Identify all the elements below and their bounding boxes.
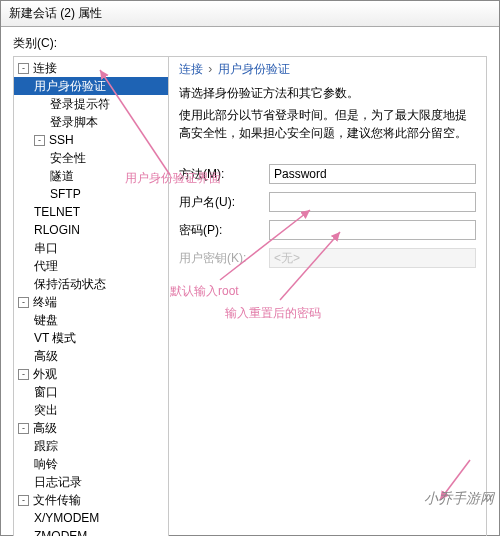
tree-zmodem[interactable]: ZMODEM (14, 527, 168, 536)
description-1: 请选择身份验证方法和其它参数。 (179, 84, 476, 102)
tree-label: RLOGIN (34, 223, 80, 237)
tree-telnet[interactable]: TELNET (14, 203, 168, 221)
properties-dialog: 新建会话 (2) 属性 类别(C): -连接 用户身份验证 登录提示符 登录脚本… (0, 0, 500, 536)
tree-label: 键盘 (34, 312, 58, 329)
tree-label: 连接 (33, 60, 57, 77)
tree-label: 登录脚本 (50, 114, 98, 131)
userkey-select: <无> (269, 248, 476, 268)
tree-label: 高级 (34, 348, 58, 365)
row-username: 用户名(U): (179, 192, 476, 212)
tree-label: 突出 (34, 402, 58, 419)
breadcrumb-root[interactable]: 连接 (179, 62, 203, 76)
tree-ssh[interactable]: -SSH (14, 131, 168, 149)
tree-window[interactable]: 窗口 (14, 383, 168, 401)
password-label: 密码(P): (179, 222, 269, 239)
tree-file-transfer[interactable]: -文件传输 (14, 491, 168, 509)
tree-label: VT 模式 (34, 330, 76, 347)
tree-label: 终端 (33, 294, 57, 311)
tree-login-script[interactable]: 登录脚本 (14, 113, 168, 131)
tree-appearance[interactable]: -外观 (14, 365, 168, 383)
tree-label: SFTP (50, 187, 81, 201)
tree-user-auth[interactable]: 用户身份验证 (14, 77, 168, 95)
tree-connection[interactable]: -连接 (14, 59, 168, 77)
tree-label: TELNET (34, 205, 80, 219)
category-label: 类别(C): (13, 35, 487, 52)
username-input[interactable] (269, 192, 476, 212)
tree-label: 串口 (34, 240, 58, 257)
tree-tunnel[interactable]: 隧道 (14, 167, 168, 185)
chevron-right-icon: › (208, 62, 212, 76)
collapse-icon[interactable]: - (18, 495, 29, 506)
tree-login-prompt[interactable]: 登录提示符 (14, 95, 168, 113)
breadcrumb: 连接 › 用户身份验证 (179, 61, 476, 78)
row-userkey: 用户密钥(K): <无> (179, 248, 476, 268)
tree-xymodem[interactable]: X/YMODEM (14, 509, 168, 527)
main-row: -连接 用户身份验证 登录提示符 登录脚本 -SSH 安全性 隧道 SFTP T… (13, 56, 487, 536)
method-select[interactable]: Password (269, 164, 476, 184)
right-pane: 连接 › 用户身份验证 请选择身份验证方法和其它参数。 使用此部分以节省登录时间… (169, 57, 486, 536)
tree-label: 外观 (33, 366, 57, 383)
tree-label: 跟踪 (34, 438, 58, 455)
collapse-icon[interactable]: - (34, 135, 45, 146)
tree-serial[interactable]: 串口 (14, 239, 168, 257)
method-label: 方法(M): (179, 166, 269, 183)
tree-vt-mode[interactable]: VT 模式 (14, 329, 168, 347)
tree-label: SSH (49, 133, 74, 147)
tree-label: 用户身份验证 (34, 78, 106, 95)
username-label: 用户名(U): (179, 194, 269, 211)
tree-label: 响铃 (34, 456, 58, 473)
tree-advanced2[interactable]: -高级 (14, 419, 168, 437)
password-input[interactable] (269, 220, 476, 240)
tree-trace[interactable]: 跟踪 (14, 437, 168, 455)
tree-label: 窗口 (34, 384, 58, 401)
dialog-content: 类别(C): -连接 用户身份验证 登录提示符 登录脚本 -SSH 安全性 隧道… (1, 27, 499, 536)
collapse-icon[interactable]: - (18, 297, 29, 308)
tree-label: X/YMODEM (34, 511, 99, 525)
tree-terminal[interactable]: -终端 (14, 293, 168, 311)
tree-logging[interactable]: 日志记录 (14, 473, 168, 491)
tree-keyboard[interactable]: 键盘 (14, 311, 168, 329)
tree-label: 登录提示符 (50, 96, 110, 113)
row-password: 密码(P): (179, 220, 476, 240)
category-tree[interactable]: -连接 用户身份验证 登录提示符 登录脚本 -SSH 安全性 隧道 SFTP T… (14, 57, 169, 536)
dialog-titlebar: 新建会话 (2) 属性 (1, 1, 499, 27)
tree-highlight[interactable]: 突出 (14, 401, 168, 419)
tree-proxy[interactable]: 代理 (14, 257, 168, 275)
collapse-icon[interactable]: - (18, 423, 29, 434)
tree-keepalive[interactable]: 保持活动状态 (14, 275, 168, 293)
userkey-label: 用户密钥(K): (179, 250, 269, 267)
tree-sftp[interactable]: SFTP (14, 185, 168, 203)
tree-label: 代理 (34, 258, 58, 275)
collapse-icon[interactable]: - (18, 369, 29, 380)
tree-label: 隧道 (50, 168, 74, 185)
collapse-icon[interactable]: - (18, 63, 29, 74)
tree-advanced[interactable]: 高级 (14, 347, 168, 365)
tree-label: 安全性 (50, 150, 86, 167)
tree-rlogin[interactable]: RLOGIN (14, 221, 168, 239)
tree-label: 日志记录 (34, 474, 82, 491)
tree-label: ZMODEM (34, 529, 87, 536)
tree-label: 保持活动状态 (34, 276, 106, 293)
description-2: 使用此部分以节省登录时间。但是，为了最大限度地提高安全性，如果担心安全问题，建议… (179, 106, 476, 142)
tree-security[interactable]: 安全性 (14, 149, 168, 167)
breadcrumb-current: 用户身份验证 (218, 62, 290, 76)
row-method: 方法(M): Password (179, 164, 476, 184)
tree-label: 高级 (33, 420, 57, 437)
tree-bell[interactable]: 响铃 (14, 455, 168, 473)
tree-label: 文件传输 (33, 492, 81, 509)
